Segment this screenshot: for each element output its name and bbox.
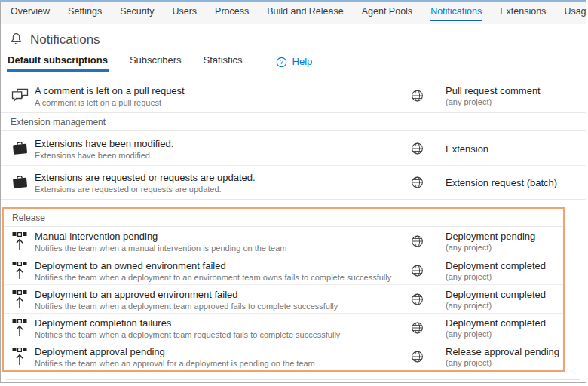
subscription-target: Deployment completed(any project) xyxy=(446,289,546,310)
release-icon xyxy=(10,261,29,280)
subscription-description: A comment is left on a pull request xyxy=(35,97,185,106)
release-icon xyxy=(10,347,29,366)
subscription-target: Extension request (batch) xyxy=(446,177,557,188)
subscription-title: Manual intervention pending xyxy=(35,231,286,242)
subscription-target: Deployment completed(any project) xyxy=(446,317,546,339)
subscription-description: Notifies the team when a deployment to a… xyxy=(35,272,391,281)
tab-security[interactable]: Security xyxy=(119,5,155,21)
globe-icon xyxy=(411,176,424,189)
subscription-description: Extensions have been modified. xyxy=(35,150,173,159)
target-scope: (any project) xyxy=(446,243,535,252)
subscription-row[interactable]: Deployment completion failuresNotifies t… xyxy=(4,313,563,342)
tab-overview[interactable]: Overview xyxy=(10,5,51,21)
subscription-row[interactable]: Deployment approval pendingNotifies the … xyxy=(4,342,563,370)
tab-users[interactable]: Users xyxy=(171,5,198,21)
subscription-text: Manual intervention pendingNotifies the … xyxy=(35,231,286,253)
section-title: Extension management xyxy=(1,113,586,131)
target-name: Deployment pending xyxy=(446,231,535,242)
page-title: Notifications xyxy=(30,32,100,47)
subscription-row[interactable]: Deployment to an owned environment faile… xyxy=(4,256,563,284)
target-name: Extension request (batch) xyxy=(446,177,557,188)
subscription-title: Extensions are requested or requests are… xyxy=(35,172,256,183)
subscription-target: Release approval pending(any project) xyxy=(446,346,559,367)
target-name: Pull request comment xyxy=(446,85,541,96)
globe-icon xyxy=(411,142,424,155)
section-general: A comment is left on a pull requestA com… xyxy=(1,78,586,112)
help-icon: ? xyxy=(276,57,287,68)
tab-build-and-release[interactable]: Build and Release xyxy=(266,5,344,21)
globe-icon xyxy=(411,350,424,363)
subscription-description: Extensions are requested or requests are… xyxy=(35,185,256,194)
subscription-text: Deployment to an owned environment faile… xyxy=(35,259,391,281)
tab-usage[interactable]: Usage xyxy=(563,5,586,21)
subscription-text: Deployment completion failuresNotifies t… xyxy=(35,317,340,339)
notifications-page: OverviewSettingsSecurityUsersProcessBuil… xyxy=(0,0,586,383)
subscription-target: Deployment pending(any project) xyxy=(446,231,535,252)
subscription-description: Notifies the team when a deployment team… xyxy=(35,301,338,310)
section-release: ReleaseManual intervention pendingNotifi… xyxy=(2,207,565,372)
globe-icon xyxy=(411,293,424,305)
subscription-row[interactable]: Deployment to an approved environment fa… xyxy=(4,284,563,313)
help-label: Help xyxy=(292,56,313,67)
target-scope: (any project) xyxy=(446,272,546,281)
subscription-title: Deployment to an owned environment faile… xyxy=(35,259,391,271)
target-scope: (any project) xyxy=(446,97,541,106)
release-icon xyxy=(10,231,29,251)
bell-icon xyxy=(10,32,23,48)
subscription-list: A comment is left on a pull requestA com… xyxy=(1,78,586,372)
divider xyxy=(262,55,262,69)
globe-icon xyxy=(411,264,424,277)
tab-extensions[interactable]: Extensions xyxy=(499,5,547,21)
svg-text:?: ? xyxy=(280,58,283,66)
subscription-row[interactable]: Extensions have been modified.Extensions… xyxy=(1,131,586,165)
target-name: Release approval pending xyxy=(446,346,559,357)
subscription-text: Deployment approval pendingNotifies the … xyxy=(35,345,315,367)
subtab-statistics[interactable]: Statistics xyxy=(203,51,243,72)
top-navigation: OverviewSettingsSecurityUsersProcessBuil… xyxy=(1,2,586,24)
subscription-title: A comment is left on a pull request xyxy=(35,84,185,96)
section-title: Release xyxy=(4,209,563,227)
tab-agent-pools[interactable]: Agent Pools xyxy=(361,5,413,21)
subscription-row[interactable]: A comment is left on a pull requestA com… xyxy=(1,78,586,112)
briefcase-icon xyxy=(10,141,29,155)
subscription-description: Notifies the team when an approval for a… xyxy=(35,358,315,367)
tab-process[interactable]: Process xyxy=(214,5,250,21)
subscription-title: Deployment to an approved environment fa… xyxy=(35,288,338,299)
section-extension-management: Extension managementExtensions have been… xyxy=(1,112,586,200)
subscription-row[interactable]: Manual intervention pendingNotifies the … xyxy=(4,227,563,256)
subscription-title: Deployment completion failures xyxy=(35,317,340,328)
subscription-target: Extension xyxy=(446,142,488,154)
subtab-default-subscriptions[interactable]: Default subscriptions xyxy=(7,51,109,72)
subscription-title: Deployment approval pending xyxy=(35,345,315,357)
target-name: Deployment completed xyxy=(446,317,546,329)
help-button[interactable]: ? Help xyxy=(276,55,313,68)
page-header: Notifications xyxy=(1,24,586,51)
target-name: Deployment completed xyxy=(446,260,546,271)
subscription-text: Extensions are requested or requests are… xyxy=(35,172,256,194)
target-scope: (any project) xyxy=(446,301,546,310)
subtab-bar: Default subscriptionsSubscribersStatisti… xyxy=(1,51,586,72)
target-name: Deployment completed xyxy=(446,289,546,300)
globe-icon xyxy=(411,235,424,248)
tab-notifications[interactable]: Notifications xyxy=(430,5,482,21)
subscription-target: Pull request comment(any project) xyxy=(446,85,541,106)
subscription-description: Notifies the team when a deployment team… xyxy=(35,329,340,339)
subtab-subscribers[interactable]: Subscribers xyxy=(129,51,182,72)
target-scope: (any project) xyxy=(446,358,559,367)
subtab-items: Default subscriptionsSubscribersStatisti… xyxy=(7,51,243,72)
globe-icon xyxy=(411,89,424,102)
release-icon xyxy=(10,318,29,338)
subscription-row[interactable]: Extensions are requested or requests are… xyxy=(1,165,586,199)
target-scope: (any project) xyxy=(446,329,546,339)
tab-settings[interactable]: Settings xyxy=(67,5,103,21)
comment-icon xyxy=(10,88,29,103)
next-section-divider xyxy=(6,379,580,380)
briefcase-icon xyxy=(10,176,29,190)
subscription-text: A comment is left on a pull requestA com… xyxy=(35,84,185,106)
subscription-title: Extensions have been modified. xyxy=(35,137,173,149)
subscription-text: Deployment to an approved environment fa… xyxy=(35,288,338,310)
subscription-target: Deployment completed(any project) xyxy=(446,260,546,281)
subscription-description: Notifies the team when a manual interven… xyxy=(35,244,286,253)
subscription-text: Extensions have been modified.Extensions… xyxy=(35,137,173,159)
target-name: Extension xyxy=(446,142,488,154)
